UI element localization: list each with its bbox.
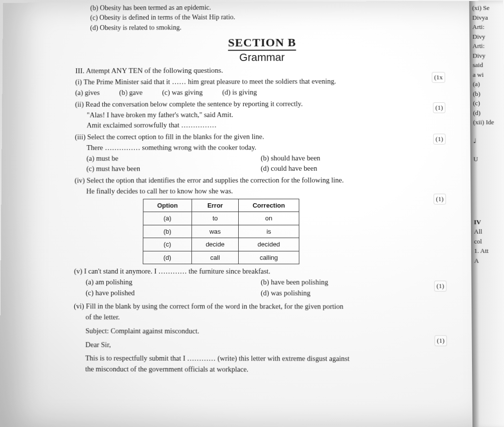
table-row: (a) to on	[143, 212, 299, 225]
marks-badge: (1x	[432, 72, 445, 82]
q3-iv: (iv) Select the option that identifies t…	[74, 175, 451, 197]
th-correction: Correction	[239, 199, 299, 212]
question-block: III. Attempt ANY TEN of the following qu…	[73, 64, 452, 375]
r-frag: (a)	[473, 79, 504, 89]
r-frag: Arti:	[472, 22, 504, 32]
th-error: Error	[192, 199, 239, 212]
table-row: (b) was is	[143, 225, 299, 238]
q3-i-b: (b) gave	[119, 88, 143, 98]
q3-v-a: (a) am polishing	[86, 277, 261, 288]
q3-iii-opts2: (c) must have been (d) could have been	[75, 163, 451, 175]
q3-v-opts: (a) am polishing (b) have been polishing	[74, 277, 451, 288]
r-frag: (xii) Ide	[473, 118, 504, 127]
r-frag: Divya	[472, 13, 503, 23]
q3-iii-c: (c) must have been	[87, 164, 261, 175]
section-b-title: SECTION B	[228, 36, 296, 51]
section-heading: SECTION B Grammar	[75, 35, 450, 64]
r-frag	[473, 127, 504, 136]
marks-badge: (1)	[434, 280, 447, 291]
q3-iii-d: (d) could have been	[261, 163, 436, 174]
grammar-subtitle: Grammar	[75, 51, 450, 64]
table-header-row: Option Error Correction	[143, 199, 299, 212]
q3-iii-l1: (iii) Select the correct option to fill …	[75, 131, 450, 143]
q3-v-opts2: (c) have polished (d) was polishing	[74, 288, 451, 299]
q3-v: (v) I can't stand it anymore. I ………… the…	[74, 266, 451, 299]
r-frag: ♩	[473, 136, 504, 146]
q3-iii-b: (b) should have been	[261, 152, 436, 163]
q3-i-opts: (a) gives (b) gave (c) was giving (d) is…	[75, 87, 450, 98]
q3-i-d: (d) is giving	[222, 87, 257, 98]
r-frag: (c)	[473, 98, 504, 108]
r-frag: Divy	[472, 51, 504, 61]
q3-ii: (ii) Read the conversation below complet…	[75, 98, 450, 131]
r-frag: (xi) Se	[472, 3, 503, 13]
q3-iv-l2: He finally decides to call her to know h…	[74, 186, 451, 197]
r-frag	[473, 145, 504, 154]
th-option: Option	[143, 199, 192, 212]
q3-iii-l2: There …………… something wrong with the coo…	[75, 142, 451, 153]
q3-vi-l5: This is to respectfully submit that I ………	[73, 353, 452, 365]
r-frag: Arti:	[472, 41, 504, 51]
opt-d: (d) Obesity is related to smoking.	[76, 22, 450, 33]
r-frag: 1. Att	[474, 246, 504, 256]
q3-instruction: III. Attempt ANY TEN of the following qu…	[75, 64, 450, 76]
q3-vi-l1: (vi) Fill in the blank by using the corr…	[74, 301, 452, 312]
r-frag: said	[472, 60, 504, 70]
q3-v-c: (c) have polished	[86, 288, 261, 299]
q3-v-text: (v) I can't stand it anymore. I ………… the…	[74, 266, 451, 277]
top-fragment: (b) Obesity has been termed as an epidem…	[76, 1, 450, 33]
table-row: (c) decide decided	[143, 238, 299, 251]
r-frag	[474, 208, 504, 217]
r-frag: a wi	[472, 70, 504, 80]
q3-vi-l2: of the letter.	[74, 312, 452, 323]
q3-iii-opts: (a) must be (b) should have been	[75, 152, 451, 164]
q3-i: (i) The Prime Minister said that it …… h…	[75, 76, 450, 98]
page-right: (xi) Se Divya Arti: Divy Arti: Divy said…	[469, 0, 504, 427]
q3-iv-l1: (iv) Select the option that identifies t…	[75, 175, 451, 186]
marks-badge: (1)	[435, 335, 447, 346]
r-frag: (b)	[473, 89, 504, 98]
marks-badge: (1)	[434, 194, 446, 205]
r-frag: Divy	[472, 31, 504, 41]
q3-vi-l6: the misconduct of the government officia…	[73, 364, 452, 376]
r-frag: A	[474, 256, 504, 266]
r-frag: All	[474, 227, 504, 237]
q3-vi-l4: Dear Sir,	[73, 339, 452, 351]
q3-i-c: (c) was giving	[162, 88, 202, 98]
q3-vi: (vi) Fill in the blank by using the corr…	[73, 301, 452, 375]
r-frag: col	[474, 236, 504, 246]
q3-ii-l3: Amit exclaimed sorrowfully that ……………	[75, 120, 450, 131]
r-frag	[473, 164, 504, 208]
q3-i-text: (i) The Prime Minister said that it …… h…	[75, 76, 450, 88]
q3-vi-l3: Subject: Complaint against misconduct.	[74, 326, 452, 337]
r-frag: (d)	[473, 108, 504, 118]
q3-iii-a: (a) must be	[87, 153, 261, 164]
marks-badge: (1)	[433, 134, 445, 144]
q3-v-b: (b) have been polishing	[261, 277, 437, 288]
r-frag: IV	[474, 217, 504, 227]
q3-ii-l1: (ii) Read the conversation below complet…	[75, 98, 450, 110]
q3-iii: (iii) Select the correct option to fill …	[75, 131, 451, 175]
error-correction-table: Option Error Correction (a) to on (b) wa…	[143, 199, 299, 265]
q3-v-d: (d) was polishing	[261, 288, 437, 299]
q3-i-a: (a) gives	[75, 88, 100, 98]
q3-ii-l2: "Alas! I have broken my father's watch,"…	[75, 109, 450, 121]
r-frag: U	[473, 154, 504, 164]
marks-badge: (1)	[433, 102, 445, 113]
table-row: (d) call calling	[143, 251, 299, 264]
page-left: (b) Obesity has been termed as an epidem…	[0, 1, 472, 427]
